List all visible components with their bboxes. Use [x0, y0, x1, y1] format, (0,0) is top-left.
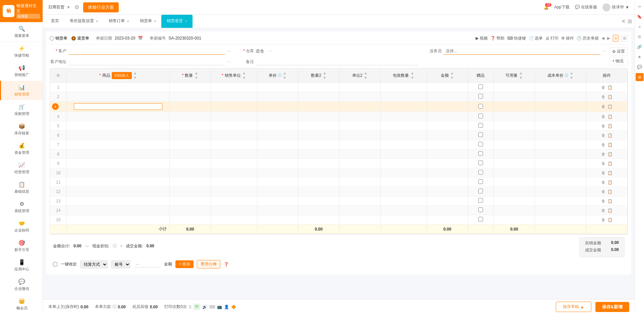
right-panel-settings-icon[interactable]: ⚙	[636, 33, 644, 41]
available-cell[interactable]	[494, 92, 535, 102]
qty-cell[interactable]	[170, 187, 211, 196]
account-input[interactable]	[134, 261, 161, 267]
cost-price-cell[interactable]	[535, 168, 586, 178]
qty-cell[interactable]	[170, 196, 211, 206]
view-grid-icon[interactable]: ⊞	[621, 35, 628, 42]
product-cell[interactable]	[67, 215, 170, 225]
qty2-cell[interactable]	[298, 178, 339, 187]
product-cell[interactable]	[67, 140, 170, 149]
cost-price-cell[interactable]	[535, 131, 586, 140]
topbar-settings-icon[interactable]: ⚙	[74, 4, 79, 10]
unit-price-cell[interactable]	[257, 168, 298, 178]
package-qty-cell[interactable]	[380, 131, 427, 140]
salesperson-input[interactable]	[444, 48, 600, 55]
tab-sales[interactable]: 销货单 ×	[135, 15, 161, 28]
gift-checkbox[interactable]	[478, 142, 483, 146]
close-price-setting-icon[interactable]: ×	[96, 19, 98, 23]
sidebar-item-inventory[interactable]: 📦 库存核算	[0, 120, 43, 139]
sales-unit-cell[interactable]	[211, 206, 257, 215]
unit-price-cell[interactable]	[257, 159, 298, 168]
cost-price-cell[interactable]	[535, 196, 586, 206]
qty-cell[interactable]	[170, 178, 211, 187]
unit2-cell[interactable]	[339, 159, 381, 168]
amount-cell[interactable]	[427, 102, 468, 112]
product-input[interactable]	[74, 103, 162, 110]
qty2-cell[interactable]	[298, 140, 339, 149]
gift-checkbox[interactable]	[478, 207, 483, 212]
product-cell[interactable]	[67, 159, 170, 168]
right-panel-list-icon[interactable]: ≡	[636, 23, 644, 31]
available-cell[interactable]	[494, 215, 535, 225]
cost-price-cell[interactable]	[535, 102, 586, 112]
customer-input[interactable]	[68, 48, 225, 55]
right-panel-table-icon[interactable]: ⊞	[636, 73, 644, 81]
gift-checkbox[interactable]	[478, 114, 483, 118]
delete-row-icon[interactable]: 🗑	[601, 133, 605, 138]
delete-row-icon[interactable]: 🗑	[601, 161, 605, 166]
close-sales-icon[interactable]: ×	[154, 19, 156, 23]
tab-close-all-icon[interactable]: ✕	[621, 18, 626, 24]
sales-unit-cell[interactable]	[211, 83, 257, 92]
unit-price-cell[interactable]	[257, 149, 298, 159]
delete-row-icon[interactable]: 🗑	[601, 171, 605, 175]
settle-method-select[interactable]: 结算方式	[80, 260, 108, 268]
unit2-cell[interactable]	[339, 215, 381, 225]
collect-account-select[interactable]: 账号	[111, 260, 130, 268]
package-qty-cell[interactable]	[380, 140, 427, 149]
qty-cell[interactable]	[170, 149, 211, 159]
amount-cell[interactable]	[427, 149, 468, 159]
sales-unit-cell[interactable]	[211, 121, 257, 131]
product-cell[interactable]	[67, 112, 170, 121]
qty-cell[interactable]	[170, 140, 211, 149]
copy-row-icon[interactable]: 📋	[607, 180, 612, 185]
cost-price-cell[interactable]	[535, 149, 586, 159]
qty2-cell[interactable]	[298, 196, 339, 206]
qty2-cell[interactable]	[298, 92, 339, 102]
delete-row-icon[interactable]: 🗑	[601, 95, 605, 99]
sidebar-item-app-center[interactable]: 📱 应用中心	[0, 256, 43, 275]
unit2-cell[interactable]	[339, 131, 381, 140]
qty2-cell[interactable]	[298, 131, 339, 140]
unit-price-cell[interactable]	[257, 178, 298, 187]
save-new-button[interactable]: 保存&新增	[595, 302, 629, 312]
package-qty-cell[interactable]	[380, 121, 427, 131]
unit-price-cell[interactable]	[257, 206, 298, 215]
amount-cell[interactable]	[427, 178, 468, 187]
qty2-cell[interactable]	[298, 112, 339, 121]
qty-cell[interactable]	[170, 121, 211, 131]
package-qty-cell[interactable]	[380, 206, 427, 215]
gift-checkbox[interactable]	[478, 217, 483, 222]
remark-input[interactable]	[256, 58, 418, 65]
sidebar-item-marketing[interactable]: 📢 营销推广	[0, 61, 43, 81]
gift-checkbox[interactable]	[478, 132, 483, 137]
cost-price-cell[interactable]	[535, 187, 586, 196]
package-qty-cell[interactable]	[380, 102, 427, 112]
history-next-icon[interactable]: ▶	[607, 36, 610, 41]
sidebar-item-system-mgmt[interactable]: ⚙ 系统管理	[0, 197, 43, 217]
delete-row-icon[interactable]: 🗑	[601, 124, 605, 128]
copy-row-icon[interactable]: 📋	[607, 124, 612, 128]
delete-row-icon[interactable]: 🗑	[601, 199, 605, 203]
cost-price-cell[interactable]	[535, 206, 586, 215]
delete-row-icon[interactable]: 🗑	[601, 85, 605, 90]
qty2-cell[interactable]	[298, 187, 339, 196]
available-cell[interactable]	[494, 187, 535, 196]
unit-price-cell[interactable]	[257, 83, 298, 92]
user-menu[interactable]: 徐泽华 ▼	[602, 3, 629, 11]
sales-unit-cell[interactable]	[211, 112, 257, 121]
package-qty-cell[interactable]	[380, 149, 427, 159]
available-cell[interactable]	[494, 206, 535, 215]
amount-cell[interactable]	[427, 121, 468, 131]
qty-cell[interactable]	[170, 168, 211, 178]
sidebar-item-purchase-mgmt[interactable]: 🛒 采购管理	[0, 100, 43, 120]
online-service-link[interactable]: 💬 在线客服	[575, 4, 597, 10]
right-panel-bookmark-icon[interactable]: 🔖	[636, 13, 644, 21]
warehouse-dots-btn[interactable]: ···	[269, 49, 272, 53]
sidebar-item-operations[interactable]: 📈 经营管理	[0, 159, 43, 178]
qty-cell[interactable]	[170, 131, 211, 140]
qty2-cell[interactable]	[298, 159, 339, 168]
tab-sales-return[interactable]: 销货退货 ×	[161, 15, 192, 28]
unit2-cell[interactable]	[339, 83, 381, 92]
copy-row-icon[interactable]: 📋	[607, 189, 612, 194]
unit-price-cell[interactable]	[257, 140, 298, 149]
